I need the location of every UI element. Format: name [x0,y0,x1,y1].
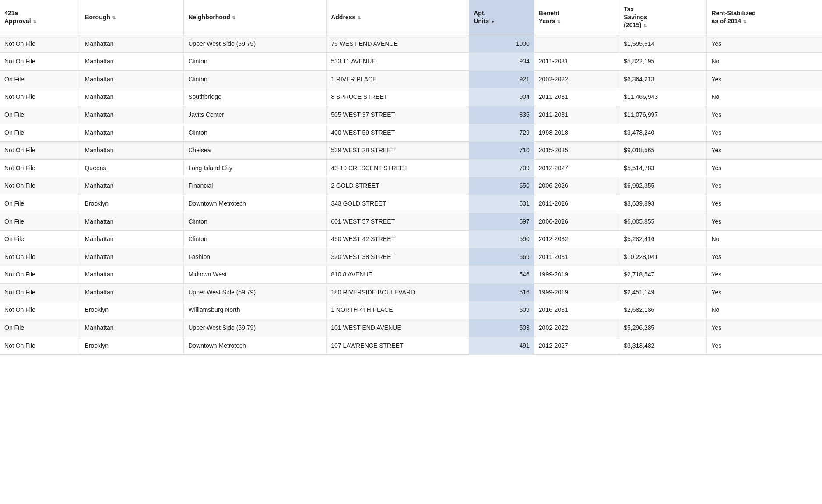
cell-benefit_years: 2002-2022 [534,70,619,88]
table-row: Not On FileManhattanFinancial2 GOLD STRE… [0,177,822,195]
cell-tax_savings: $5,282,416 [619,231,707,248]
cell-apt_units: 503 [469,319,534,337]
cell-address: 107 LAWRENCE STREET [327,337,469,355]
cell-benefit_years: 2011-2031 [534,88,619,106]
cell-neighborhood: Williamsburg North [184,301,327,319]
cell-neighborhood: Javits Center [184,106,327,124]
table-row: On FileManhattanClinton601 WEST 57 STREE… [0,213,822,231]
cell-tax_savings: $5,296,285 [619,319,707,337]
cell-borough: Manhattan [80,231,184,248]
cell-approval: Not On File [0,53,80,71]
cell-benefit_years: 2012-2027 [534,159,619,177]
cell-borough: Manhattan [80,106,184,124]
header-tax_savings[interactable]: TaxSavings(2015) ⇅ [619,0,707,35]
cell-neighborhood: Financial [184,177,327,195]
table-row: Not On FileManhattanClinton533 11 AVENUE… [0,53,822,71]
cell-address: 539 WEST 28 STREET [327,142,469,160]
cell-approval: Not On File [0,142,80,160]
cell-tax_savings: $2,682,186 [619,301,707,319]
cell-neighborhood: Midtown West [184,266,327,284]
cell-rent_stabilized: No [707,301,822,319]
table-row: Not On FileManhattanChelsea539 WEST 28 S… [0,142,822,160]
header-approval[interactable]: 421aApproval ⇅ [0,0,80,35]
cell-borough: Brooklyn [80,195,184,213]
cell-apt_units: 709 [469,159,534,177]
cell-rent_stabilized: No [707,88,822,106]
cell-apt_units: 934 [469,53,534,71]
cell-address: 1 NORTH 4TH PLACE [327,301,469,319]
cell-rent_stabilized: Yes [707,106,822,124]
cell-tax_savings: $11,466,943 [619,88,707,106]
cell-neighborhood: Long Island City [184,159,327,177]
cell-apt_units: 491 [469,337,534,355]
cell-approval: Not On File [0,88,80,106]
cell-tax_savings: $6,005,855 [619,213,707,231]
cell-tax_savings: $6,992,355 [619,177,707,195]
cell-rent_stabilized: Yes [707,159,822,177]
cell-address: 2 GOLD STREET [327,177,469,195]
cell-rent_stabilized: Yes [707,213,822,231]
table-row: On FileManhattanClinton400 WEST 59 STREE… [0,124,822,142]
cell-benefit_years: 1998-2018 [534,124,619,142]
cell-rent_stabilized: Yes [707,195,822,213]
cell-apt_units: 835 [469,106,534,124]
cell-apt_units: 509 [469,301,534,319]
cell-tax_savings: $2,718,547 [619,266,707,284]
cell-tax_savings: $3,478,240 [619,124,707,142]
cell-tax_savings: $1,595,514 [619,35,707,53]
cell-neighborhood: Upper West Side (59 79) [184,35,327,53]
sort-icon-rent_stabilized: ⇅ [743,19,746,24]
cell-benefit_years [534,35,619,53]
cell-apt_units: 569 [469,248,534,266]
cell-borough: Manhattan [80,124,184,142]
header-benefit_years[interactable]: BenefitYears ⇅ [534,0,619,35]
header-borough[interactable]: Borough ⇅ [80,0,184,35]
cell-neighborhood: Downtown Metrotech [184,195,327,213]
header-neighborhood[interactable]: Neighborhood ⇅ [184,0,327,35]
cell-benefit_years: 2016-2031 [534,301,619,319]
cell-address: 810 8 AVENUE [327,266,469,284]
cell-rent_stabilized: Yes [707,337,822,355]
cell-address: 8 SPRUCE STREET [327,88,469,106]
cell-benefit_years: 2011-2031 [534,53,619,71]
table-row: Not On FileQueensLong Island City43-10 C… [0,159,822,177]
cell-approval: Not On File [0,337,80,355]
cell-tax_savings: $10,228,041 [619,248,707,266]
table-row: On FileBrooklynDowntown Metrotech343 GOL… [0,195,822,213]
table-row: Not On FileBrooklynWilliamsburg North1 N… [0,301,822,319]
cell-neighborhood: Southbridge [184,88,327,106]
cell-address: 400 WEST 59 STREET [327,124,469,142]
cell-apt_units: 1000 [469,35,534,53]
cell-address: 343 GOLD STREET [327,195,469,213]
cell-tax_savings: $11,076,997 [619,106,707,124]
sort-icon-tax_savings: ⇅ [643,23,647,28]
cell-address: 43-10 CRESCENT STREET [327,159,469,177]
cell-rent_stabilized: Yes [707,177,822,195]
cell-approval: Not On File [0,177,80,195]
cell-benefit_years: 1999-2019 [534,266,619,284]
cell-address: 320 WEST 38 STREET [327,248,469,266]
table-row: On FileManhattanClinton1 RIVER PLACE9212… [0,70,822,88]
cell-approval: Not On File [0,301,80,319]
cell-borough: Manhattan [80,319,184,337]
cell-borough: Manhattan [80,248,184,266]
cell-benefit_years: 2011-2026 [534,195,619,213]
cell-borough: Manhattan [80,213,184,231]
table-row: On FileManhattanClinton450 WEST 42 STREE… [0,231,822,248]
cell-address: 180 RIVERSIDE BOULEVARD [327,284,469,301]
cell-neighborhood: Clinton [184,70,327,88]
header-rent_stabilized[interactable]: Rent-Stabilizedas of 2014 ⇅ [707,0,822,35]
sort-icon-benefit_years: ⇅ [557,19,560,24]
cell-approval: Not On File [0,284,80,301]
cell-approval: On File [0,195,80,213]
cell-tax_savings: $9,018,565 [619,142,707,160]
cell-neighborhood: Clinton [184,213,327,231]
cell-benefit_years: 2012-2027 [534,337,619,355]
cell-apt_units: 921 [469,70,534,88]
header-apt_units[interactable]: Apt.Units ▼ [469,0,534,35]
cell-approval: On File [0,70,80,88]
cell-address: 1 RIVER PLACE [327,70,469,88]
header-address[interactable]: Address ⇅ [327,0,469,35]
cell-borough: Manhattan [80,142,184,160]
cell-rent_stabilized: No [707,53,822,71]
